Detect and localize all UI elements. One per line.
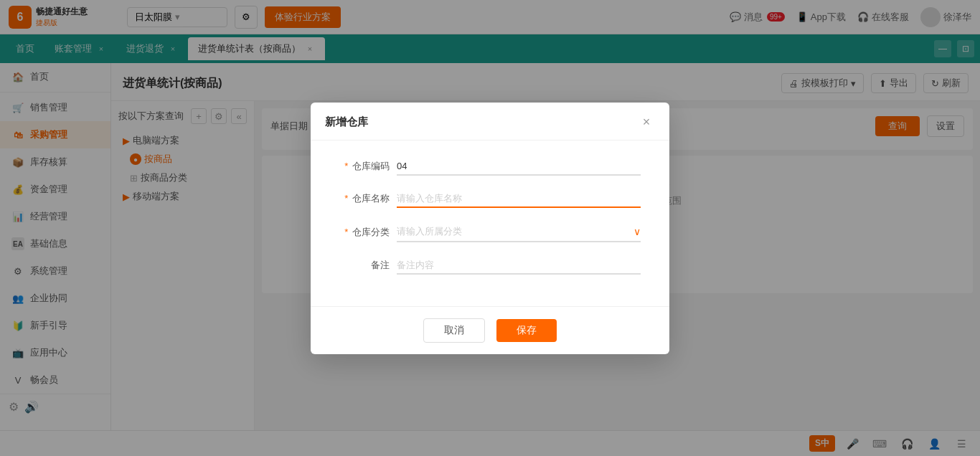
category-arrow-icon: ∨ — [633, 226, 641, 237]
save-button[interactable]: 保存 — [496, 319, 557, 342]
name-label: * 仓库名称 — [339, 192, 390, 205]
category-required: * — [344, 227, 348, 237]
category-placeholder: 请输入所属分类 — [397, 225, 633, 238]
modal-footer: 取消 保存 — [311, 306, 669, 354]
add-warehouse-modal: 新增仓库 × * 仓库编码 * 仓库名称 — [311, 103, 669, 354]
code-required: * — [344, 161, 348, 171]
remark-label: 备注 — [339, 259, 390, 272]
name-required: * — [344, 193, 348, 204]
modal-header: 新增仓库 × — [311, 103, 669, 141]
modal-body: * 仓库编码 * 仓库名称 * 仓库分类 请输入所属 — [311, 141, 669, 306]
code-form-row: * 仓库编码 — [339, 158, 641, 176]
name-input[interactable] — [397, 190, 641, 208]
modal-title: 新增仓库 — [325, 115, 368, 129]
code-label: * 仓库编码 — [339, 160, 390, 173]
category-label: * 仓库分类 — [339, 226, 390, 239]
code-input[interactable] — [397, 158, 641, 176]
cancel-button[interactable]: 取消 — [423, 318, 485, 343]
category-select[interactable]: 请输入所属分类 ∨ — [397, 222, 641, 242]
modal-overlay: 新增仓库 × * 仓库编码 * 仓库名称 — [0, 0, 980, 456]
remark-form-row: 备注 — [339, 257, 641, 275]
category-form-row: * 仓库分类 请输入所属分类 ∨ — [339, 222, 641, 242]
remark-input[interactable] — [397, 257, 641, 275]
modal-close-button[interactable]: × — [638, 114, 655, 131]
name-form-row: * 仓库名称 — [339, 190, 641, 208]
